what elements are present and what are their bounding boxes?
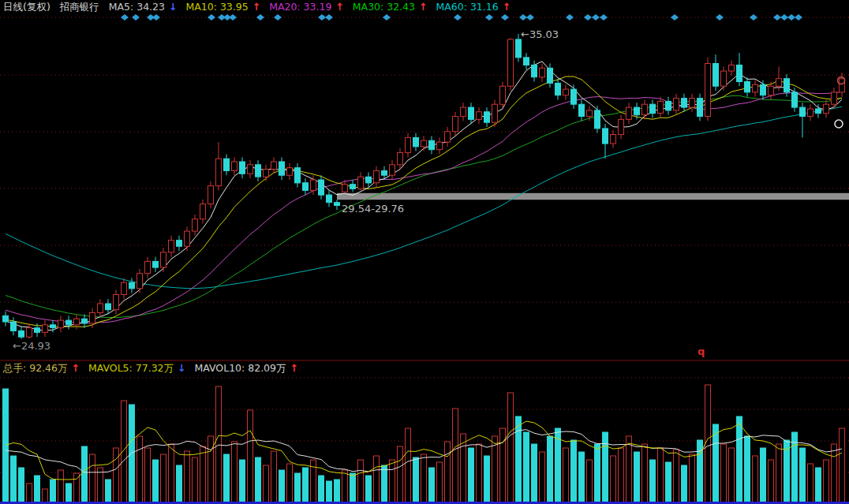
volume-bar xyxy=(303,468,309,503)
candle-body xyxy=(587,110,593,117)
volume-bar xyxy=(279,470,285,503)
volume-bar xyxy=(484,456,490,503)
volume-bar xyxy=(193,457,198,503)
candle-body xyxy=(579,104,585,116)
ma30-readout: MA30: 32.43 ↑ xyxy=(353,1,436,13)
candle-body xyxy=(563,89,569,95)
candle-body xyxy=(461,107,466,117)
volume-bar xyxy=(745,436,750,503)
candle-body xyxy=(279,162,285,175)
candle-body xyxy=(824,104,829,114)
candle-body xyxy=(303,183,309,191)
candle-body xyxy=(595,110,600,129)
volume-bar xyxy=(271,451,277,503)
volume-bar xyxy=(98,468,103,503)
candle-body xyxy=(90,313,95,323)
volume-bar xyxy=(19,468,24,503)
volume-bar xyxy=(603,432,608,503)
ma30-value: MA30: 32.43 xyxy=(353,1,415,13)
volume-bar xyxy=(3,389,9,503)
candle-body xyxy=(516,39,522,58)
candle-body xyxy=(611,135,616,144)
candle-body xyxy=(137,274,143,289)
stock-name: 招商银行 xyxy=(60,1,99,13)
volume-bar xyxy=(437,462,443,503)
volume-bar xyxy=(587,460,593,503)
volume-bar xyxy=(287,464,293,503)
volume-bar xyxy=(571,440,577,503)
volume-bar xyxy=(469,448,474,503)
candle-body xyxy=(382,171,387,176)
candle-body xyxy=(248,165,253,174)
ma60-readout: MA60: 31.16 ↑ xyxy=(436,1,516,13)
candlestick-chart-canvas[interactable]: ←35.03←24.9329.54-29.76q xyxy=(0,0,849,504)
volume-bar xyxy=(453,409,458,503)
volume-bar xyxy=(106,480,111,503)
volume-bar xyxy=(114,448,119,503)
candle-body xyxy=(532,65,537,77)
candle-body xyxy=(477,112,482,120)
volume-bar xyxy=(713,424,719,503)
candle-body xyxy=(666,101,671,110)
volume-bar xyxy=(563,448,569,503)
volume-bar xyxy=(650,460,656,503)
candle-body xyxy=(335,203,340,206)
candle-body xyxy=(650,104,656,114)
q-marker-label: q xyxy=(698,345,705,357)
mavol10-trend-arrow: ↑ xyxy=(290,362,298,374)
candle-body xyxy=(145,261,151,273)
candle-body xyxy=(642,104,648,114)
ma20-trend-arrow: ↑ xyxy=(335,1,343,13)
candle-body xyxy=(682,99,687,108)
volume-bar xyxy=(674,450,679,503)
candle-body xyxy=(11,322,17,331)
candle-body xyxy=(745,82,750,92)
volume-bar xyxy=(776,444,782,503)
volume-bar xyxy=(595,444,600,503)
volume-bar xyxy=(248,410,253,503)
volume-bar xyxy=(43,489,48,503)
candle-body xyxy=(271,162,277,170)
candle-body xyxy=(35,328,40,333)
candle-body xyxy=(690,99,695,108)
ma5-value: MA5: 34.23 xyxy=(109,1,165,13)
volume-bar xyxy=(705,385,711,503)
candle-body xyxy=(776,79,782,87)
candle-body xyxy=(500,86,506,104)
ma10-trend-arrow: ↑ xyxy=(252,1,260,13)
candle-body xyxy=(98,304,103,313)
volume-bar xyxy=(516,416,522,503)
volume-bar xyxy=(800,448,806,503)
candle-body xyxy=(437,142,443,150)
candle-body xyxy=(816,109,821,114)
candle-body xyxy=(27,328,32,338)
ma60-trend-arrow: ↑ xyxy=(503,1,511,13)
volume-bar xyxy=(90,454,95,503)
candle-body xyxy=(406,137,411,152)
ma30-trend-arrow: ↑ xyxy=(419,1,427,13)
volume-header: 总手: 92.46万 ↑ MAVOL5: 77.32万 ↓ MAVOL10: 8… xyxy=(3,362,304,374)
candle-body xyxy=(19,331,24,338)
volume-bar xyxy=(374,456,380,503)
candle-body xyxy=(200,204,206,219)
candle-body xyxy=(784,79,790,92)
candle-body xyxy=(366,177,372,183)
candle-body xyxy=(445,132,451,142)
volume-bar xyxy=(137,436,143,503)
candle-body xyxy=(185,231,190,246)
volume-bar xyxy=(642,444,648,503)
candle-body xyxy=(114,295,119,310)
volume-bar xyxy=(808,464,813,503)
candle-body xyxy=(492,104,498,122)
ma20-readout: MA20: 33.19 ↑ xyxy=(269,1,353,13)
mavol10-readout: MAVOL10: 82.09万 ↑ xyxy=(194,362,304,374)
volume-bar xyxy=(390,460,395,503)
candle-body xyxy=(106,304,111,310)
volume-bar xyxy=(208,436,214,503)
candle-body xyxy=(808,109,813,117)
ma5-readout: MA5: 34.23 ↓ xyxy=(109,1,186,13)
volume-bar xyxy=(398,446,403,503)
volume-bar xyxy=(721,444,727,503)
total-volume-trend-arrow: ↑ xyxy=(71,362,79,374)
volume-bar xyxy=(129,405,135,503)
